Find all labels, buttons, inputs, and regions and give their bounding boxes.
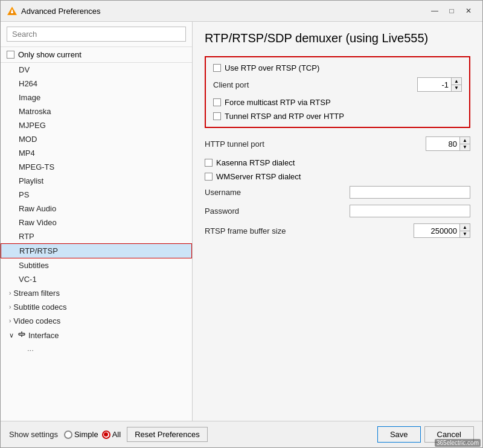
client-port-spinbox: ▲ ▼ xyxy=(417,77,462,92)
window-title: Advanced Preferences xyxy=(21,7,101,16)
save-button[interactable]: Save xyxy=(377,426,421,443)
close-button[interactable]: ✕ xyxy=(461,4,476,18)
all-radio[interactable] xyxy=(102,430,110,439)
rtsp-frame-buffer-down-btn[interactable]: ▼ xyxy=(460,231,470,237)
tree-item-raw-video[interactable]: Raw Video xyxy=(1,216,192,229)
http-tunnel-input[interactable] xyxy=(426,138,459,150)
window-controls: — □ ✕ xyxy=(427,4,476,18)
interface-pipe-icon xyxy=(18,330,26,341)
http-tunnel-spinbox: ▲ ▼ xyxy=(426,136,470,151)
username-label: Username xyxy=(205,188,241,197)
tunnel-rtsp-row: Tunnel RTSP and RTP over HTTP xyxy=(213,112,462,121)
rtsp-frame-buffer-label: RTSP frame buffer size xyxy=(205,226,286,235)
tree-group-subtitle-codecs[interactable]: › Subtitle codecs xyxy=(1,300,192,314)
maximize-button[interactable]: □ xyxy=(444,4,459,18)
use-rtp-row: Use RTP over RTSP (TCP) xyxy=(213,63,462,72)
rtsp-frame-buffer-spinbox: ▲ ▼ xyxy=(414,223,470,238)
simple-radio-item[interactable]: Simple xyxy=(64,430,98,439)
page-title: RTP/RTSP/SDP demuxer (using Live555) xyxy=(205,31,470,45)
wmserver-label: WMServer RTSP dialect xyxy=(216,172,301,181)
wmserver-checkbox[interactable] xyxy=(205,173,213,181)
stream-filters-label: Stream filters xyxy=(13,289,60,298)
rtsp-frame-buffer-row: RTSP frame buffer size ▲ ▼ xyxy=(205,223,470,238)
only-show-current-checkbox[interactable] xyxy=(7,51,14,59)
tree-item-interface-sub[interactable]: ··· xyxy=(1,343,192,357)
all-radio-item[interactable]: All xyxy=(102,430,121,439)
client-port-up-btn[interactable]: ▲ xyxy=(452,78,461,85)
username-input[interactable] xyxy=(350,186,470,199)
reset-preferences-button[interactable]: Reset Preferences xyxy=(127,427,208,442)
tree-item-vc1[interactable]: VC-1 xyxy=(1,272,192,286)
tree-group-interface[interactable]: ∨ Interface xyxy=(1,328,192,343)
minimize-button[interactable]: — xyxy=(427,4,443,18)
simple-label: Simple xyxy=(74,430,98,439)
client-port-input[interactable] xyxy=(418,79,451,91)
chevron-right-icon: › xyxy=(9,304,11,310)
force-multicast-row: Force multicast RTP via RTSP xyxy=(213,98,462,107)
use-rtp-checkbox[interactable] xyxy=(213,64,221,72)
tree-item-mpeg-ts[interactable]: MPEG-TS xyxy=(1,160,192,174)
force-multicast-checkbox[interactable] xyxy=(213,98,221,106)
video-codecs-label: Video codecs xyxy=(13,316,60,325)
password-label: Password xyxy=(205,206,239,216)
use-rtp-label: Use RTP over RTSP (TCP) xyxy=(225,63,319,72)
tree-group-stream-filters[interactable]: › Stream filters xyxy=(1,286,192,300)
username-row: Username xyxy=(205,186,470,199)
tree-item-rtp-rtsp[interactable]: RTP/RTSP xyxy=(1,243,192,258)
http-tunnel-label: HTTP tunnel port xyxy=(205,139,264,149)
force-multicast-label: Force multicast RTP via RTSP xyxy=(225,98,331,107)
tree-item-rtp[interactable]: RTP xyxy=(1,229,192,243)
show-settings-label: Show settings xyxy=(9,430,58,439)
highlighted-settings: Use RTP over RTSP (TCP) Client port ▲ ▼ xyxy=(205,56,470,128)
watermark: 365electric.com xyxy=(435,439,481,447)
svg-rect-3 xyxy=(11,10,13,11)
kasenna-label: Kasenna RTSP dialect xyxy=(216,158,295,167)
svg-rect-2 xyxy=(11,11,13,13)
search-input[interactable] xyxy=(7,27,186,42)
radio-group: Simple All xyxy=(64,430,121,439)
chevron-down-icon: ∨ xyxy=(9,331,14,339)
tree-item-mod[interactable]: MOD xyxy=(1,132,192,146)
subtitle-codecs-label: Subtitle codecs xyxy=(13,302,66,312)
tree-list: DV H264 Image Matroska MJPEG MOD MP4 MPE… xyxy=(1,63,192,421)
interface-label: Interface xyxy=(28,331,59,340)
tree-item-dv[interactable]: DV xyxy=(1,63,192,77)
all-label: All xyxy=(112,430,121,439)
tree-item-mjpeg[interactable]: MJPEG xyxy=(1,118,192,132)
tunnel-rtsp-checkbox[interactable] xyxy=(213,112,221,120)
wmserver-row: WMServer RTSP dialect xyxy=(205,172,470,181)
client-port-down-btn[interactable]: ▼ xyxy=(452,85,461,91)
password-row: Password xyxy=(205,205,470,217)
tree-item-h264[interactable]: H264 xyxy=(1,77,192,91)
password-input[interactable] xyxy=(350,205,470,217)
bottom-bar: Show settings Simple All Reset Preferenc… xyxy=(1,421,482,447)
bottom-left: Show settings Simple All Reset Preferenc… xyxy=(9,427,208,442)
svg-rect-4 xyxy=(19,333,25,335)
tree-item-raw-audio[interactable]: Raw Audio xyxy=(1,202,192,216)
tree-item-subtitles[interactable]: Subtitles xyxy=(1,258,192,272)
only-show-current-label: Only show current xyxy=(18,50,82,59)
kasenna-checkbox[interactable] xyxy=(205,159,213,167)
tree-group-video-codecs[interactable]: › Video codecs xyxy=(1,314,192,328)
simple-radio[interactable] xyxy=(64,430,72,439)
only-show-current-row: Only show current xyxy=(1,47,192,63)
rtsp-frame-buffer-up-btn[interactable]: ▲ xyxy=(460,224,470,231)
tree-item-matroska[interactable]: Matroska xyxy=(1,104,192,118)
tree-item-mp4[interactable]: MP4 xyxy=(1,146,192,160)
left-panel: Only show current DV H264 Image Matroska… xyxy=(1,22,193,421)
tree-item-image[interactable]: Image xyxy=(1,91,192,104)
rtsp-frame-buffer-input[interactable] xyxy=(414,225,459,237)
search-container xyxy=(1,22,192,47)
client-port-label: Client port xyxy=(213,80,249,89)
kasenna-row: Kasenna RTSP dialect xyxy=(205,158,470,167)
http-tunnel-down-btn[interactable]: ▼ xyxy=(460,144,470,150)
chevron-right-icon: › xyxy=(9,290,11,296)
http-tunnel-up-btn[interactable]: ▲ xyxy=(460,137,470,144)
chevron-right-icon: › xyxy=(9,318,11,324)
tree-item-playlist[interactable]: Playlist xyxy=(1,174,192,188)
titlebar: Advanced Preferences — □ ✕ xyxy=(1,1,482,22)
http-tunnel-row: HTTP tunnel port ▲ ▼ xyxy=(205,136,470,151)
vlc-icon xyxy=(7,5,18,16)
tunnel-rtsp-label: Tunnel RTSP and RTP over HTTP xyxy=(225,112,344,121)
tree-item-ps[interactable]: PS xyxy=(1,188,192,202)
